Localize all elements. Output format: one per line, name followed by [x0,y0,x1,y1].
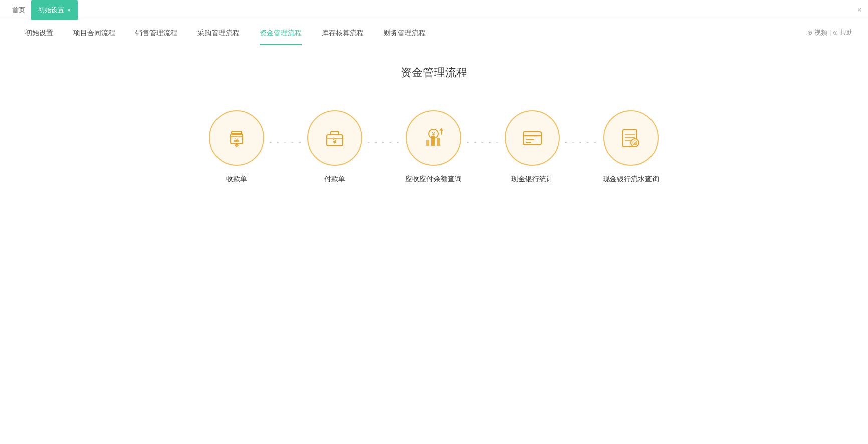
receipt-icon: ¥ [224,125,250,151]
nav-bar: 初始设置 项目合同流程 销售管理流程 采购管理流程 资金管理流程 库存核算流程 … [0,20,868,45]
cash-bank-stats-icon-circle [505,110,560,166]
nav-item-initial-setup[interactable]: 初始设置 [15,20,63,45]
svg-text:¥: ¥ [431,131,435,137]
home-tab[interactable]: 首页 [6,0,31,20]
receipt-label: 收款单 [226,175,247,184]
page-content: 资金管理流程 ¥ [0,45,868,204]
window-close-icon[interactable]: × [857,6,862,15]
payment-icon-circle: ¥ [307,110,362,166]
nav-item-finance-management[interactable]: 财务管理流程 [374,20,436,45]
nav-item-purchase-management[interactable]: 采购管理流程 [187,20,250,45]
dots-2: - - - - - [367,138,400,146]
connector-3: - - - - - [462,138,505,146]
cash-bank-stats-icon [519,125,545,151]
nav-bar-right: ⊙ 视频 | ⊙ 帮助 [807,28,853,37]
cash-bank-flow-icon-circle: ¥ [603,110,659,166]
flow-item-cash-bank-flow[interactable]: ¥ 现金银行流水查询 [603,110,659,184]
cash-bank-flow-label: 现金银行流水查询 [603,175,659,184]
payment-icon: ¥ [322,125,348,151]
connector-4: - - - - - [560,138,603,146]
close-tab-icon[interactable]: × [67,0,71,20]
active-tab[interactable]: 初始设置 × [31,0,78,20]
dots-4: - - - - - [565,138,598,146]
svg-rect-11 [431,136,435,146]
nav-item-project-contract[interactable]: 项目合同流程 [63,20,125,45]
page-title: 资金管理流程 [30,65,838,80]
flow-container: ¥ 收款单 - - - - - [30,110,838,184]
help-link[interactable]: ⊙ 帮助 [833,28,853,37]
connector-2: - - - - - [362,138,405,146]
dots-3: - - - - - [467,138,500,146]
cash-bank-flow-icon: ¥ [618,125,644,151]
receivable-payable-label: 应收应付余额查询 [405,175,462,184]
svg-rect-16 [523,132,541,145]
flow-item-receipt[interactable]: ¥ 收款单 [209,110,264,184]
separator: | [829,29,831,36]
svg-rect-12 [437,138,440,146]
top-bar-right: × [857,6,862,15]
connector-1: - - - - - [264,138,307,146]
receipt-icon-circle: ¥ [209,110,264,166]
main-area: 初始设置 项目合同流程 销售管理流程 采购管理流程 资金管理流程 库存核算流程 … [0,20,868,444]
flow-item-payment[interactable]: ¥ 付款单 [307,110,362,184]
flow-item-cash-bank-stats[interactable]: 现金银行统计 [505,110,560,184]
receivable-payable-icon-circle: ¥ [406,110,461,166]
dots-1: - - - - - [269,138,302,146]
nav-item-capital-management[interactable]: 资金管理流程 [250,20,312,45]
receivable-payable-icon: ¥ [420,125,447,151]
flow-item-receivable-payable[interactable]: ¥ 应收应付余额查询 [405,110,462,184]
nav-item-inventory[interactable]: 库存核算流程 [312,20,374,45]
svg-text:¥: ¥ [333,138,337,145]
active-tab-label: 初始设置 [38,0,64,20]
cash-bank-stats-label: 现金银行统计 [511,175,553,184]
nav-item-sales-management[interactable]: 销售管理流程 [125,20,187,45]
top-bar: 首页 初始设置 × × [0,0,868,20]
video-link[interactable]: ⊙ 视频 [807,28,827,37]
payment-label: 付款单 [324,175,345,184]
svg-rect-10 [426,140,429,146]
